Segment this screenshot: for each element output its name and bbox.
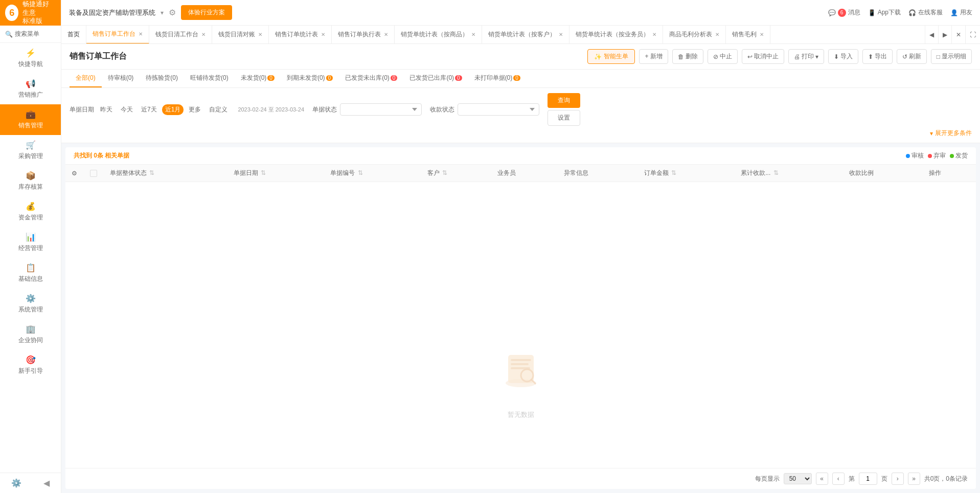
sidebar-item-marketing[interactable]: 📢营销推广	[0, 74, 61, 104]
tab-close-icon[interactable]: ✕	[652, 32, 656, 37]
sidebar-item-finance[interactable]: 💰资金管理	[0, 196, 61, 227]
date-option-更多[interactable]: 更多	[186, 104, 204, 115]
filter-tab-shipped-not-out[interactable]: 已发货未出库(0)0	[339, 70, 403, 87]
date-option-自定义[interactable]: 自定义	[206, 104, 231, 115]
status-select[interactable]	[340, 103, 422, 116]
filter-tab-expired-ship[interactable]: 到期未发货(0)0	[281, 70, 339, 87]
tabs-expand-button[interactable]: ⛶	[965, 26, 980, 44]
sort-customer-icon[interactable]: ⇅	[442, 169, 447, 176]
per-page-select[interactable]: 50 10 20 100	[784, 473, 812, 484]
page-number-input[interactable]	[859, 473, 877, 485]
tab-sales-exec[interactable]: 销售订单执行表✕	[332, 26, 395, 44]
show-detail-checkbox[interactable]: □ 显示明细	[931, 49, 972, 64]
experience-button[interactable]: 体验行业方案	[181, 5, 232, 20]
tab-home[interactable]: 首页	[61, 26, 86, 44]
tab-close-icon[interactable]: ✕	[760, 32, 764, 37]
export-button[interactable]: ⬆ 导出	[862, 49, 893, 64]
sidebar-item-operations[interactable]: 📊经营管理	[0, 227, 61, 258]
tab-cash-reconcile[interactable]: 钱货日清对账✕	[212, 26, 269, 44]
delete-button[interactable]: 🗑 删除	[672, 49, 703, 64]
sidebar-item-enterprise[interactable]: 🏢企业协同	[0, 319, 61, 350]
print-button[interactable]: 🖨 打印 ▾	[788, 49, 824, 64]
tab-sales-profit[interactable]: 销售毛利✕	[726, 26, 770, 44]
sidebar-item-guide[interactable]: 🎯新手引导	[0, 350, 61, 380]
query-button[interactable]: 查询	[548, 93, 580, 108]
date-option-近1月[interactable]: 近1月	[162, 104, 184, 115]
filter-tab-not-printed[interactable]: 未打印单据(0)0	[468, 70, 527, 87]
smart-create-button[interactable]: ✨ 智能生单	[587, 49, 635, 64]
sidebar-item-inventory[interactable]: 📦库存核算	[0, 166, 61, 196]
abandon-action[interactable]: 弃审	[928, 151, 946, 160]
filter-tab-not-shipped[interactable]: 未发货(0)0	[235, 70, 281, 87]
col-collected: 累计收款... ⇅	[735, 165, 842, 182]
tab-sales-stat-product[interactable]: 销货单统计表（按商品）✕	[395, 26, 482, 44]
online-service-item[interactable]: 🎧 在线客服	[908, 8, 943, 17]
sort-collected-icon[interactable]: ⇅	[773, 169, 779, 176]
suspend-button[interactable]: ⊘ 中止	[708, 49, 738, 64]
filter-tab-all[interactable]: 全部(0)	[70, 70, 102, 87]
col-staff: 业务员	[491, 165, 558, 182]
topbar-gear-icon[interactable]: ⚙	[169, 8, 176, 17]
import-button[interactable]: ⬇ 导入	[828, 49, 858, 64]
user-item[interactable]: 👤 用友	[950, 8, 972, 17]
sort-date-icon[interactable]: ⇅	[261, 169, 266, 176]
sidebar-item-label: 销售管理	[18, 121, 43, 130]
setting-button[interactable]: 设置	[548, 110, 580, 126]
refresh-button[interactable]: ↺ 刷新	[897, 49, 927, 64]
date-option-昨天[interactable]: 昨天	[97, 104, 116, 115]
filter-tab-pending-inspect[interactable]: 待拣验货(0)	[140, 70, 184, 87]
collapse-icon[interactable]: ◀	[43, 478, 50, 488]
tab-close-icon[interactable]: ✕	[139, 31, 143, 37]
filter-tab-pending-review[interactable]: 待审核(0)	[102, 70, 140, 87]
tab-close-icon[interactable]: ✕	[471, 32, 475, 37]
tab-sales-order[interactable]: 销售订单工作台✕	[86, 26, 149, 44]
review-action[interactable]: 审核	[906, 151, 924, 160]
sidebar-item-purchase[interactable]: 🛒采购管理	[0, 135, 61, 166]
dropdown-arrow-icon[interactable]: ▾	[161, 9, 164, 16]
tab-close-icon[interactable]: ✕	[258, 32, 262, 37]
col-checkbox[interactable]	[83, 165, 104, 182]
tabs-close-all-button[interactable]: ✕	[951, 26, 965, 44]
date-option-近7天[interactable]: 近7天	[138, 104, 160, 115]
prev-page-button[interactable]: ‹	[832, 473, 845, 485]
page-content: 销售订单工作台 ✨ 智能生单 + 新增 🗑 删除 ⊘ 中止 ↩	[61, 44, 980, 493]
tab-product-margin[interactable]: 商品毛利分析表✕	[663, 26, 726, 44]
sort-number-icon[interactable]: ⇅	[358, 169, 363, 176]
tab-close-icon[interactable]: ✕	[321, 32, 325, 37]
sidebar-search[interactable]: 🔍 搜索菜单	[0, 26, 61, 43]
expand-filters-button[interactable]: ▾ 展开更多条件	[930, 129, 972, 138]
tab-sales-stat-staff[interactable]: 销货单统计表（按业务员）✕	[569, 26, 663, 44]
add-button[interactable]: + 新增	[639, 49, 668, 64]
tabs-next-button[interactable]: ▶	[938, 26, 951, 44]
tabs-prev-button[interactable]: ◀	[925, 26, 938, 44]
filter-tab-shipped-out[interactable]: 已发货已出库(0)0	[403, 70, 468, 87]
ship-action[interactable]: 发货	[950, 151, 968, 160]
next-page-button[interactable]: ›	[892, 473, 904, 485]
table-scroll[interactable]: ⚙ 单据整体状态 ⇅ 单据日期 ⇅ 单据编号 ⇅ 客户 ⇅ 业务员 异常信息 订…	[65, 165, 976, 296]
settings-icon[interactable]: ⚙️	[11, 478, 21, 488]
date-option-今天[interactable]: 今天	[118, 104, 136, 115]
select-all-checkbox[interactable]	[90, 170, 97, 177]
tab-sales-stats[interactable]: 销售订单统计表✕	[269, 26, 332, 44]
first-page-button[interactable]: «	[816, 473, 828, 485]
tab-close-icon[interactable]: ✕	[384, 32, 388, 37]
tab-sales-stat-customer[interactable]: 销货单统计表（按客户）✕	[482, 26, 569, 44]
cancel-suspend-button[interactable]: ↩ 取消中止	[742, 49, 784, 64]
filter-tab-shop-pending[interactable]: 旺铺待发货(0)	[184, 70, 235, 87]
messages-item[interactable]: 💬 6 消息	[828, 8, 860, 17]
sidebar-item-system[interactable]: ⚙️系统管理	[0, 288, 61, 319]
sidebar-item-sales[interactable]: 💼销售管理	[0, 104, 61, 135]
tab-cash-daily[interactable]: 钱货日清工作台✕	[149, 26, 212, 44]
tab-close-icon[interactable]: ✕	[201, 32, 206, 37]
sort-amount-icon[interactable]: ⇅	[671, 169, 676, 176]
tab-close-icon[interactable]: ✕	[715, 32, 719, 37]
sidebar-item-quick-nav[interactable]: ⚡快捷导航	[0, 43, 61, 74]
payment-select[interactable]	[458, 103, 539, 116]
sort-icon[interactable]: ⇅	[149, 169, 154, 176]
last-page-button[interactable]: »	[908, 473, 920, 485]
app-download-item[interactable]: 📱 App下载	[868, 8, 901, 17]
tab-close-icon[interactable]: ✕	[559, 32, 563, 37]
col-setting[interactable]: ⚙	[65, 165, 83, 182]
sidebar-item-basic[interactable]: 📋基础信息	[0, 258, 61, 288]
expand-row: ▾ 展开更多条件	[70, 129, 972, 138]
